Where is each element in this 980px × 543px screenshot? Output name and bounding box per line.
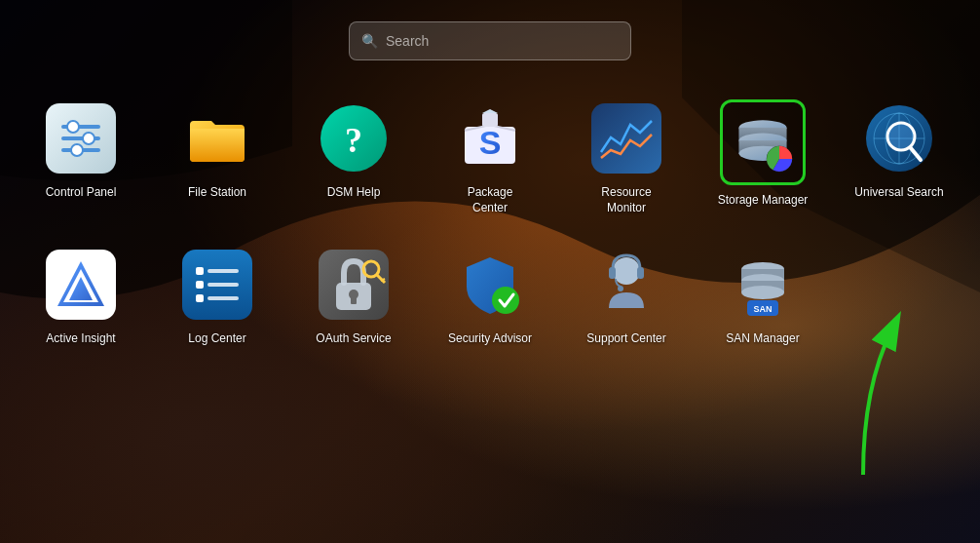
app-oauth-service[interactable]: OAuth Service <box>290 236 417 372</box>
search-input[interactable] <box>386 33 619 49</box>
app-resource-monitor[interactable]: ResourceMonitor <box>563 90 690 226</box>
svg-point-24 <box>887 123 915 150</box>
control-panel-icon-wrapper <box>42 99 120 177</box>
svg-point-42 <box>613 257 640 285</box>
dsm-help-label: DSM Help <box>327 185 381 201</box>
control-panel-icon <box>46 103 116 174</box>
support-center-icon <box>591 250 661 320</box>
log-center-icon <box>182 250 252 320</box>
resource-monitor-label: ResourceMonitor <box>601 185 651 215</box>
app-security-advisor[interactable]: Security Advisor <box>427 236 553 372</box>
svg-rect-30 <box>196 281 204 289</box>
active-insight-label: Active Insight <box>46 331 115 347</box>
package-center-icon-wrapper: S <box>451 99 529 177</box>
dsm-help-icon-wrapper: ? <box>315 99 393 177</box>
svg-rect-31 <box>207 283 239 287</box>
svg-text:S: S <box>479 124 502 161</box>
resource-monitor-icon-wrapper <box>587 99 665 177</box>
svg-point-41 <box>492 287 519 314</box>
svg-point-6 <box>71 144 83 156</box>
oauth-service-label: OAuth Service <box>316 331 391 347</box>
oauth-service-icon-wrapper <box>315 246 393 324</box>
active-insight-icon-wrapper <box>42 246 120 324</box>
svg-rect-37 <box>351 296 357 304</box>
package-center-icon: S <box>455 103 525 174</box>
support-center-label: Support Center <box>586 331 665 347</box>
log-center-icon-wrapper <box>178 246 256 324</box>
search-bar[interactable]: 🔍 <box>349 21 631 60</box>
file-station-icon-wrapper <box>178 99 256 177</box>
san-manager-icon-wrapper: SAN <box>724 246 802 324</box>
san-manager-icon: SAN <box>728 250 798 320</box>
app-support-center[interactable]: Support Center <box>563 236 690 372</box>
apps-grid: Control Panel <box>0 60 980 543</box>
app-storage-manager[interactable]: Storage Manager <box>699 90 826 226</box>
svg-rect-12 <box>591 103 661 174</box>
svg-rect-28 <box>196 267 204 275</box>
svg-rect-43 <box>609 267 616 279</box>
san-manager-label: SAN Manager <box>726 331 799 347</box>
search-icon: 🔍 <box>361 33 378 49</box>
main-content: 🔍 <box>0 0 980 543</box>
resource-monitor-icon <box>591 103 661 174</box>
svg-point-45 <box>618 286 623 291</box>
control-panel-label: Control Panel <box>46 185 117 201</box>
app-dsm-help[interactable]: ? DSM Help <box>290 90 417 226</box>
file-station-label: File Station <box>188 185 246 201</box>
svg-rect-44 <box>637 267 644 279</box>
security-advisor-icon-wrapper <box>451 246 529 324</box>
security-advisor-label: Security Advisor <box>448 331 532 347</box>
log-center-label: Log Center <box>188 331 245 347</box>
oauth-service-icon <box>319 250 389 320</box>
app-control-panel[interactable]: Control Panel <box>18 90 144 226</box>
universal-search-label: Universal Search <box>854 185 943 201</box>
svg-rect-11 <box>482 113 498 127</box>
svg-point-4 <box>83 133 94 144</box>
app-active-insight[interactable]: Active Insight <box>18 236 144 372</box>
app-universal-search[interactable]: Universal Search <box>836 90 962 226</box>
svg-text:SAN: SAN <box>753 304 772 314</box>
search-bar-container: 🔍 <box>0 0 980 60</box>
universal-search-icon-wrapper <box>860 99 938 177</box>
file-station-icon <box>182 103 252 174</box>
app-san-manager[interactable]: SAN SAN Manager <box>699 236 826 372</box>
svg-rect-29 <box>207 269 239 273</box>
storage-manager-icon-wrapper <box>720 99 806 185</box>
security-advisor-icon <box>455 250 525 320</box>
app-package-center[interactable]: S PackageCenter <box>427 90 553 226</box>
package-center-label: PackageCenter <box>468 185 513 215</box>
svg-text:?: ? <box>345 121 362 160</box>
svg-point-2 <box>67 121 79 133</box>
svg-point-50 <box>741 286 784 299</box>
storage-manager-icon <box>730 109 796 175</box>
dsm-help-icon: ? <box>319 103 389 174</box>
universal-search-icon <box>864 103 934 174</box>
app-log-center[interactable]: Log Center <box>154 236 281 372</box>
storage-manager-label: Storage Manager <box>718 193 809 209</box>
svg-rect-33 <box>207 296 239 300</box>
svg-rect-32 <box>196 294 204 302</box>
support-center-icon-wrapper <box>587 246 665 324</box>
active-insight-icon <box>46 250 116 320</box>
app-file-station[interactable]: File Station <box>154 90 281 226</box>
